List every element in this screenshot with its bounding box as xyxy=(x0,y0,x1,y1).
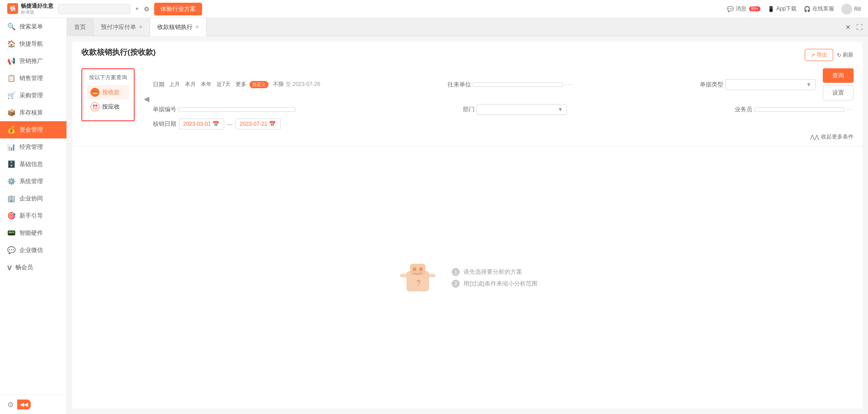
purchase-icon: 🛒 xyxy=(7,91,16,100)
query-buttons: 查询 设置 xyxy=(823,68,854,100)
basic-icon: 🗄️ xyxy=(7,160,16,168)
sidebar-item-wechat[interactable]: 💬 企业微信 xyxy=(0,242,66,259)
date-tab-custom[interactable]: 自定义 xyxy=(250,81,269,88)
page-title: 收款核销执行(按收款) xyxy=(81,47,156,57)
app-icon: 📱 xyxy=(768,6,774,12)
dept-label: 部门 xyxy=(463,105,475,114)
date-tab-last-month[interactable]: 上月 xyxy=(167,80,182,89)
top-search-input[interactable] xyxy=(58,4,130,14)
inventory-icon: 📦 xyxy=(7,109,16,117)
receivable-icon: ⏰ xyxy=(90,102,99,111)
sidebar-item-search[interactable]: 🔍 搜索菜单 xyxy=(0,18,66,35)
verify-date-start-input[interactable]: 2023-03-01 📅 xyxy=(179,119,224,129)
message-button[interactable]: 💬 消息 99+ xyxy=(727,5,760,13)
page-content: 收款核销执行(按收款) ↗ 导出 ↻ 刷新 xyxy=(67,36,868,414)
collapse-row: ⋀⋀ 收起更多条件 xyxy=(81,133,854,141)
settings-icon[interactable]: ⚙ xyxy=(144,5,150,13)
date-tab-7days[interactable]: 近7天 xyxy=(215,80,232,89)
calendar-end-icon: 📅 xyxy=(269,121,276,127)
filter-by-receipt[interactable]: 💳 按收款 xyxy=(87,85,129,100)
user-profile[interactable]: Rit xyxy=(841,4,861,14)
sidebar-item-inventory[interactable]: 📦 库存核算 xyxy=(0,104,66,121)
svg-text:?: ? xyxy=(416,279,421,287)
collapse-arrow[interactable]: ◀ xyxy=(144,95,149,103)
sidebar-item-label: 畅会员 xyxy=(15,263,33,271)
sidebar-item-marketing[interactable]: 📢 营销推广 xyxy=(0,52,66,70)
page-header-actions: ↗ 导出 ↻ 刷新 xyxy=(805,49,854,61)
app-download-button[interactable]: 📱 App下载 xyxy=(768,5,797,13)
sidebar-item-system[interactable]: ⚙️ 系统管理 xyxy=(0,173,66,190)
empty-tip-1: 1 请先选择要分析的方案 xyxy=(452,268,537,276)
filter-sidebar: 按以下方案查询 💳 按收款 ⏰ 按应收 xyxy=(81,68,135,121)
counterpart-input[interactable] xyxy=(473,82,563,87)
sidebar: 🔍 搜索菜单 🏠 快捷导航 📢 营销推广 📋 销售管理 🛒 采购管理 📦 库存核… xyxy=(0,18,67,414)
docno-filter: 单据编号 xyxy=(153,105,296,114)
sidebar-item-finance[interactable]: 💰 资金管理 xyxy=(0,121,66,138)
date-filter-group: 日期 上月 本月 本年 近7天 更多 自定义 xyxy=(153,80,320,89)
sidebar-collapse-button[interactable]: ◀◀ xyxy=(17,400,31,409)
tab-receipts[interactable]: 收款核销执行 ✕ xyxy=(150,18,207,36)
main-panel: 收款核销执行(按收款) ↗ 导出 ↻ 刷新 xyxy=(72,42,863,409)
empty-illustration: ? xyxy=(397,257,438,298)
operations-icon: 📊 xyxy=(7,143,16,151)
sidebar-item-operations[interactable]: 📊 经营管理 xyxy=(0,138,66,156)
sidebar-item-hardware[interactable]: 📟 智能硬件 xyxy=(0,224,66,242)
staff-input[interactable] xyxy=(754,107,844,112)
sidebar-item-label: 搜索菜单 xyxy=(19,23,43,31)
sidebar-item-label: 系统管理 xyxy=(19,177,43,186)
sidebar-item-vip[interactable]: V 畅会员 xyxy=(0,259,66,276)
date-tab-more[interactable]: 更多 xyxy=(234,80,248,89)
filter-by-receivable[interactable]: ⏰ 按应收 xyxy=(87,100,129,114)
tab-expand-button[interactable]: ⛶ xyxy=(854,22,864,33)
docno-input[interactable] xyxy=(178,107,296,112)
prepay-tab-label: 预付冲应付单 xyxy=(101,23,136,31)
brand-text: 畅捷通好生意 标准版 xyxy=(21,3,53,14)
sidebar-item-sales[interactable]: 📋 销售管理 xyxy=(0,70,66,87)
sidebar-item-purchase[interactable]: 🛒 采购管理 xyxy=(0,87,66,104)
docno-label: 单据编号 xyxy=(153,105,176,114)
brand: 畅 畅捷通好生意 标准版 xyxy=(7,3,53,14)
doctype-select[interactable]: ▼ xyxy=(725,79,816,90)
dept-select[interactable]: ▼ xyxy=(476,104,567,115)
date-tab-this-year[interactable]: 本年 xyxy=(199,80,213,89)
empty-tips: 1 请先选择要分析的方案 2 用[过滤]条件来缩小分析范围 xyxy=(452,268,537,288)
date-tab-this-month[interactable]: 本月 xyxy=(183,80,198,89)
svg-point-3 xyxy=(419,267,423,271)
brand-logo: 畅 xyxy=(7,3,18,14)
date-range-sep: — xyxy=(227,121,233,128)
sidebar-item-guide[interactable]: 🎯 新手引导 xyxy=(0,207,66,224)
verify-date-label: 核销日期 xyxy=(153,120,176,128)
receipts-tab-close-icon[interactable]: ✕ xyxy=(195,24,199,29)
sidebar-item-label: 快捷导航 xyxy=(19,40,43,48)
query-button[interactable]: 查询 xyxy=(823,68,854,83)
sidebar-item-basic[interactable]: 🗄️ 基础信息 xyxy=(0,156,66,173)
tab-prepay[interactable]: 预付冲应付单 ✕ xyxy=(94,18,150,36)
export-button[interactable]: ↗ 导出 xyxy=(805,49,833,61)
tip-num-2: 2 xyxy=(452,280,460,288)
tab-close-button[interactable]: ✕ xyxy=(844,22,853,33)
counterpart-more-icon[interactable]: ··· xyxy=(565,81,572,89)
search-menu-icon: 🔍 xyxy=(7,23,16,31)
solution-button[interactable]: 体验行业方案 xyxy=(154,3,202,15)
filter-settings-button[interactable]: 设置 xyxy=(823,85,854,100)
date-label: 日期 xyxy=(153,81,165,89)
counterpart-filter: 往来单位 ··· xyxy=(448,81,572,89)
search-chevron-icon[interactable]: ▼ xyxy=(135,6,139,11)
sidebar-gear-icon[interactable]: ⚙ xyxy=(7,400,14,409)
sidebar-item-label: 新手引导 xyxy=(19,212,43,220)
tab-home[interactable]: 首页 xyxy=(67,18,94,36)
verify-date-end-input[interactable]: 2023-07-21 📅 xyxy=(236,119,281,129)
staff-more-icon[interactable]: ··· xyxy=(846,105,854,114)
prepay-tab-close-icon[interactable]: ✕ xyxy=(139,24,142,29)
filter-panel: 按以下方案查询 💳 按收款 ⏰ 按应收 ◀ xyxy=(72,63,863,147)
sidebar-item-label: 企业协同 xyxy=(19,195,43,203)
collapse-more-button[interactable]: ⋀⋀ 收起更多条件 xyxy=(810,133,854,141)
refresh-button[interactable]: ↻ 刷新 xyxy=(837,51,854,59)
filter-sidebar-title: 按以下方案查询 xyxy=(87,74,129,81)
sidebar-item-shortcut[interactable]: 🏠 快捷导航 xyxy=(0,35,66,52)
tab-bar: 首页 预付冲应付单 ✕ 收款核销执行 ✕ ✕ ⛶ xyxy=(67,18,868,36)
online-service-button[interactable]: 🎧 在线客服 xyxy=(804,5,834,13)
sidebar-item-enterprise[interactable]: 🏢 企业协同 xyxy=(0,190,66,207)
avatar xyxy=(841,4,852,14)
empty-content: ? 1 请先选择要分析的方案 2 用[过滤]条件来缩小分析范围 xyxy=(397,257,537,298)
